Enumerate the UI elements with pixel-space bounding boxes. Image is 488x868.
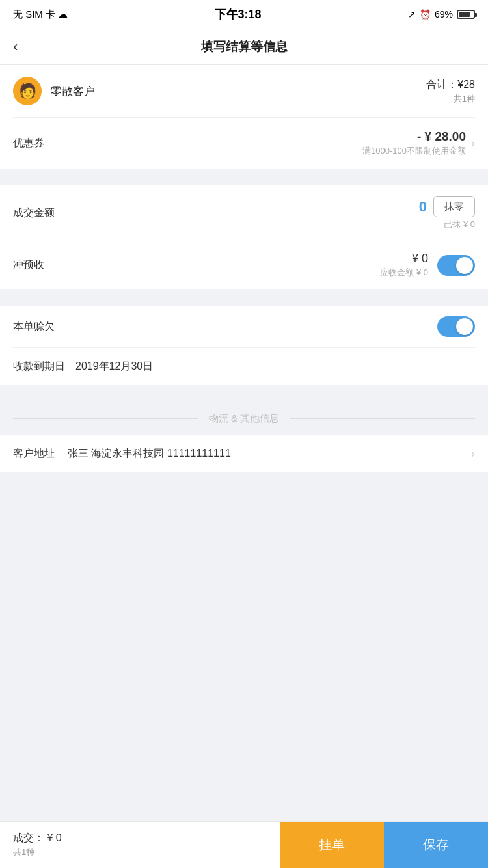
pre-receive-sub-text: 应收金额 ¥ 0 (380, 267, 428, 278)
logistics-header: 物流 & 其他信息 (0, 402, 488, 435)
customer-count: 共1种 (426, 93, 475, 105)
chevron-right-icon: › (471, 137, 475, 150)
bottom-deal-amount: 成交： ¥ 0 (13, 832, 267, 845)
address-left: 客户地址 张三 海淀永丰科技园 11111111111 (13, 447, 231, 461)
customer-total: 合计：¥28 (426, 78, 475, 92)
customer-right: 合计：¥28 共1种 (426, 78, 475, 105)
pre-receive-amount: ¥ 0 (380, 252, 428, 265)
round-zero-button[interactable]: 抹零 (433, 196, 475, 217)
back-button[interactable]: ‹ (13, 38, 18, 55)
pre-receive-label: 冲预收 (13, 258, 44, 272)
pre-receive-amount-block: ¥ 0 应收金额 ¥ 0 (380, 252, 428, 278)
toggle-knob (456, 257, 473, 274)
avatar: 🧑 (13, 77, 42, 105)
location-icon: ↗ (408, 9, 416, 20)
pre-receive-row: 冲预收 ¥ 0 应收金额 ¥ 0 (13, 241, 475, 289)
bottom-item-count: 共1种 (13, 847, 267, 858)
status-bar: 无 SIM 卡 ☁ 下午3:18 ↗ ⏰ 69% (0, 0, 488, 29)
empty-space (0, 480, 488, 610)
pre-receive-right: ¥ 0 应收金额 ¥ 0 (380, 252, 475, 278)
hold-order-button[interactable]: 挂单 (280, 822, 384, 868)
deal-amount-right: 抹零 已抹 ¥ 0 (388, 196, 475, 230)
status-left: 无 SIM 卡 ☁ (13, 8, 68, 21)
alarm-icon: ⏰ (420, 9, 431, 20)
coupon-amount: - ¥ 28.00 (362, 129, 466, 144)
debt-section: 本单赊欠 收款到期日 2019年12月30日 (0, 306, 488, 385)
page-title: 填写结算等信息 (201, 38, 288, 55)
transaction-section: 成交金额 抹零 已抹 ¥ 0 冲预收 ¥ 0 应收金额 ¥ 0 (0, 185, 488, 289)
coupon-label: 优惠券 (13, 137, 44, 150)
pre-receive-toggle[interactable] (437, 255, 475, 276)
battery-icon (457, 10, 475, 19)
debt-toggle-row: 本单赊欠 (0, 306, 488, 347)
status-right: ↗ ⏰ 69% (408, 9, 475, 20)
debt-toggle[interactable] (437, 316, 475, 337)
debt-label: 本单赊欠 (13, 320, 55, 334)
transaction-inner: 成交金额 抹零 已抹 ¥ 0 冲预收 ¥ 0 应收金额 ¥ 0 (0, 185, 488, 289)
coupon-desc: 满1000-100不限制使用金额 (362, 145, 466, 157)
gray-divider-2 (0, 297, 488, 306)
bottom-info: 成交： ¥ 0 共1种 (0, 822, 280, 868)
coupon-row[interactable]: 优惠券 - ¥ 28.00 满1000-100不限制使用金额 › (0, 118, 488, 169)
coupon-right: - ¥ 28.00 满1000-100不限制使用金额 › (362, 129, 475, 157)
coupon-amount-block: - ¥ 28.00 满1000-100不限制使用金额 (362, 129, 466, 157)
address-label: 客户地址 (13, 447, 55, 461)
deal-amount-row: 成交金额 抹零 已抹 ¥ 0 (13, 185, 475, 241)
customer-row: 🧑 零散客户 合计：¥28 共1种 (0, 65, 488, 117)
gray-divider-1 (0, 176, 488, 185)
address-row[interactable]: 客户地址 张三 海淀永丰科技园 11111111111 › (0, 435, 488, 472)
battery-label: 69% (435, 9, 453, 20)
save-button[interactable]: 保存 (384, 822, 488, 868)
status-time: 下午3:18 (215, 7, 262, 22)
customer-section: 🧑 零散客户 合计：¥28 共1种 优惠券 - ¥ 28.00 满1000-10… (0, 65, 488, 169)
bottom-bar: 成交： ¥ 0 共1种 挂单 保存 (0, 821, 488, 868)
gray-divider-3 (0, 393, 488, 402)
round-sub-text: 已抹 ¥ 0 (388, 219, 475, 230)
customer-name: 零散客户 (51, 84, 95, 99)
sim-label: 无 SIM 卡 ☁ (13, 8, 68, 21)
amount-block: 抹零 已抹 ¥ 0 (388, 196, 475, 230)
address-value: 张三 海淀永丰科技园 11111111111 (68, 447, 231, 461)
deal-amount-label: 成交金额 (13, 206, 55, 220)
logistics-label: 物流 & 其他信息 (209, 413, 279, 425)
due-date-row: 收款到期日 2019年12月30日 (0, 348, 488, 385)
customer-left: 🧑 零散客户 (13, 77, 95, 105)
nav-bar: ‹ 填写结算等信息 (0, 29, 488, 65)
logistics-divider: 物流 & 其他信息 (13, 413, 475, 425)
address-section: 客户地址 张三 海淀永丰科技园 11111111111 › (0, 435, 488, 472)
due-date-value: 2019年12月30日 (75, 360, 153, 373)
address-chevron-icon: › (471, 447, 475, 461)
debt-toggle-knob (456, 318, 473, 335)
due-date-label: 收款到期日 (13, 360, 65, 373)
avatar-icon: 🧑 (19, 83, 36, 100)
deal-amount-input[interactable] (388, 198, 427, 215)
